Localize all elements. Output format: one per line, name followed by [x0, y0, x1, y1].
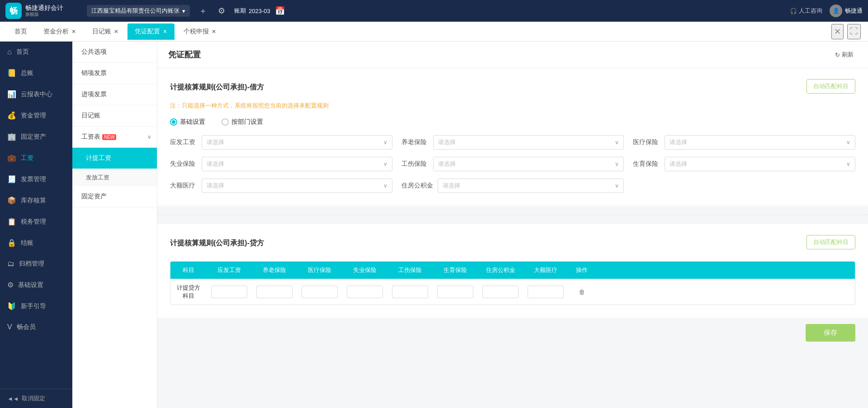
tab-home[interactable]: 首页 [7, 23, 34, 40]
nav-purchase[interactable]: 进项发票 [72, 84, 157, 105]
td-yiliao-input[interactable] [297, 279, 342, 305]
expand-tab-button[interactable]: ⛶ [847, 24, 861, 39]
field-yanglao-select[interactable]: 请选择 ∨ [433, 135, 624, 150]
debit-section: 计提核算规则(公司承担)-借方 自动匹配科目 注：只能选择一种方式，系统将按照您… [157, 68, 868, 206]
period-label: 账期 [234, 7, 246, 15]
input-shiye[interactable] [347, 286, 383, 298]
tab-journal[interactable]: 日记账 ✕ [85, 23, 126, 40]
tab-fund-close[interactable]: ✕ [71, 29, 76, 34]
sidebar-item-fund[interactable]: 💰 资金管理 [0, 105, 72, 126]
nav-payroll-table[interactable]: 工资表NEW ∨ [72, 127, 157, 148]
td-gjj-input[interactable] [478, 279, 523, 305]
debit-section-title: 计提核算规则(公司承担)-借方 [170, 83, 264, 92]
th-yiliao: 医疗保险 [297, 262, 342, 279]
sidebar-item-invoice[interactable]: 🧾 发票管理 [0, 169, 72, 190]
home-icon: ⌂ [7, 48, 12, 56]
tab-home-label: 首页 [14, 28, 27, 36]
th-gjj: 住房公积金 [478, 262, 523, 279]
sidebar-item-settings[interactable]: ⚙ 基础设置 [0, 274, 72, 295]
auto-match-debit-button[interactable]: 自动匹配科目 [807, 79, 855, 94]
nav-fixed-asset[interactable]: 固定资产 [72, 186, 157, 207]
sidebar-item-home[interactable]: ⌂ 首页 [0, 42, 72, 62]
td-yingfa-input[interactable] [207, 279, 252, 305]
field-gjj: 住房公积金 请选择 ∨ [401, 178, 624, 193]
field-gjj-select[interactable]: 请选择 ∨ [438, 178, 624, 193]
field-gjj-placeholder: 请选择 [443, 182, 460, 190]
field-shiye-select[interactable]: 请选择 ∨ [202, 157, 392, 171]
company-selector[interactable]: 江西服宝精品有限责任公司内账张 ▾ [87, 5, 190, 17]
input-shengyu[interactable] [437, 286, 473, 298]
radio-dept-circle [222, 118, 229, 126]
sidebar-item-vip[interactable]: V 畅会员 [0, 317, 72, 338]
tab-journal-close[interactable]: ✕ [114, 29, 118, 34]
tab-tax-close[interactable]: ✕ [212, 29, 216, 34]
radio-dept[interactable]: 按部门设置 [222, 118, 263, 126]
sidebar-item-settings-label: 基础设置 [18, 281, 43, 289]
field-gjj-label: 住房公积金 [401, 182, 433, 190]
calendar-icon[interactable]: 📅 [273, 4, 287, 18]
report-icon: 📊 [7, 90, 16, 98]
sidebar-item-report[interactable]: 📊 云报表中心 [0, 84, 72, 105]
sidebar-item-salary[interactable]: 💼 工资 [0, 147, 72, 169]
sidebar-item-asset[interactable]: 🏢 固定资产 [0, 126, 72, 147]
th-yingfa: 应发工资 [207, 262, 252, 279]
sidebar-item-close[interactable]: 🔒 结账 [0, 232, 72, 253]
field-gongshang-select[interactable]: 请选择 ∨ [433, 157, 624, 171]
field-shiye-arrow: ∨ [383, 161, 387, 167]
field-yanglao-placeholder: 请选择 [438, 138, 456, 146]
radio-basic[interactable]: 基础设置 [170, 118, 205, 126]
tab-tax[interactable]: 个税申报 ✕ [176, 23, 223, 40]
sidebar-item-archive[interactable]: 🗂 归档管理 [0, 253, 72, 274]
input-yiliao[interactable] [302, 286, 338, 298]
add-tab-button[interactable]: ＋ [197, 4, 209, 18]
service-button[interactable]: 🎧 人工咨询 [790, 7, 822, 15]
save-button[interactable]: 保存 [806, 324, 855, 342]
sidebar-item-guide[interactable]: 🔰 新手引导 [0, 295, 72, 317]
nav-accrue[interactable]: 计提工资 [72, 148, 157, 169]
field-shengyu-select[interactable]: 请选择 ∨ [665, 157, 855, 171]
td-yanglao-input[interactable] [252, 279, 297, 305]
input-yingfa[interactable] [211, 286, 247, 298]
td-shengyu-input[interactable] [433, 279, 478, 305]
tab-fund[interactable]: 资金分析 ✕ [36, 23, 83, 40]
input-gjj[interactable] [482, 286, 519, 298]
nav-public[interactable]: 公共选项 [72, 42, 157, 63]
td-gongshang-input[interactable] [387, 279, 433, 305]
td-shiye-input[interactable] [342, 279, 387, 305]
unpin-label: 取消固定 [22, 394, 45, 403]
sidebar-item-ledger[interactable]: 📒 总账 [0, 62, 72, 84]
field-gjj-arrow: ∨ [615, 183, 619, 189]
sidebar-item-tax[interactable]: 📋 税务管理 [0, 211, 72, 232]
nav-sales-label: 销项发票 [81, 69, 107, 76]
field-yanglao-label: 养老保险 [401, 138, 429, 146]
td-dale-input[interactable] [523, 279, 568, 305]
field-yiliao-select[interactable]: 请选择 ∨ [665, 135, 855, 150]
settings-icon[interactable]: ⚙ [216, 4, 227, 18]
refresh-icon: ↻ [835, 52, 840, 58]
input-yanglao[interactable] [256, 286, 292, 298]
refresh-button[interactable]: ↻ 刷新 [831, 49, 857, 61]
nav-pay[interactable]: 发放工资 [72, 169, 157, 186]
nav-journal-label: 日记账 [81, 112, 100, 119]
close-tab-button[interactable]: ✕ [831, 24, 844, 39]
delete-row-button[interactable]: 🗑 [579, 288, 585, 295]
field-yingfa-select[interactable]: 请选择 ∨ [202, 135, 392, 150]
top-center: 江西服宝精品有限责任公司内账张 ▾ ＋ ⚙ 账期 2023-03 📅 [78, 4, 790, 18]
salary-icon: 💼 [7, 154, 16, 162]
th-subject: 科目 [170, 262, 207, 279]
tab-voucher[interactable]: 凭证配置 ✕ [127, 23, 175, 40]
auto-match-credit-button[interactable]: 自动匹配科目 [807, 235, 855, 249]
input-dale[interactable] [528, 286, 564, 298]
unpin-button[interactable]: ◄◄ 取消固定 [0, 389, 72, 408]
nav-journal[interactable]: 日记账 [72, 105, 157, 127]
nav-sales[interactable]: 销项发票 [72, 63, 157, 84]
input-gongshang[interactable] [392, 286, 428, 298]
sidebar-item-inventory[interactable]: 📦 库存核算 [0, 190, 72, 211]
top-bar: 畅 畅捷通好会计 旗舰版 江西服宝精品有限责任公司内账张 ▾ ＋ ⚙ 账期 20… [0, 0, 868, 22]
td-action[interactable]: 🗑 [568, 279, 595, 305]
credit-table: 科目 应发工资 养老保险 医疗保险 失业保险 工伤保险 生育保险 住房公积金 大… [170, 261, 855, 305]
field-dale-select[interactable]: 请选择 ∨ [202, 178, 392, 193]
user-area[interactable]: 👤 畅捷通 [830, 5, 863, 17]
inventory-icon: 📦 [7, 196, 16, 205]
tab-voucher-close[interactable]: ✕ [163, 29, 167, 34]
